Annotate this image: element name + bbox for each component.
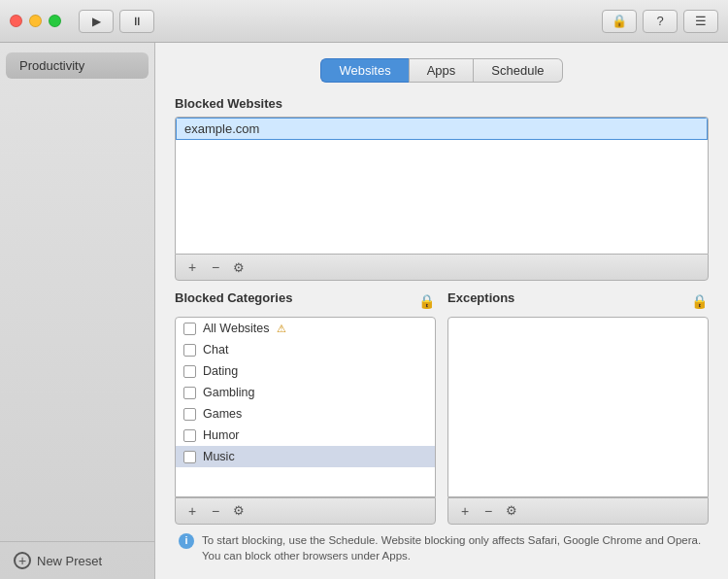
exceptions-lock-icon[interactable]: 🔒 [689,291,709,311]
tab-apps[interactable]: Apps [409,58,475,83]
website-list[interactable]: example.com [176,118,708,254]
tab-schedule[interactable]: Schedule [474,58,562,83]
blocked-categories-column: Blocked Categories 🔒 All Websites ⚠ Chat [175,290,436,525]
list-item[interactable]: Games [176,403,435,425]
add-category-button[interactable]: + [182,501,203,521]
maximize-button[interactable] [49,15,61,27]
add-exception-button[interactable]: + [454,501,476,521]
info-bar: i To start blocking, use the Schedule. W… [175,525,709,563]
lock-button[interactable]: 🔒 [602,10,637,33]
bottom-section: Blocked Categories 🔒 All Websites ⚠ Chat [175,290,709,525]
category-label-dating: Dating [203,364,238,378]
traffic-lights [10,15,61,27]
tab-bar: Websites Apps Schedule [175,58,709,83]
lock-icon: 🔒 [612,14,627,28]
content-area: Websites Apps Schedule Blocked Websites … [155,43,728,579]
main-layout: Productivity + New Preset Websites Apps … [0,43,728,579]
list-item[interactable]: Humor [176,425,435,446]
info-icon: i [179,533,194,549]
minimize-button[interactable] [29,15,42,27]
blocked-categories-header: Blocked Categories 🔒 [175,290,436,311]
category-checkbox-music[interactable] [183,451,196,463]
list-item[interactable]: Gambling [176,382,435,403]
category-checkbox-dating[interactable] [183,365,196,378]
list-item[interactable]: All Websites ⚠ [176,318,435,339]
website-list-container: example.com [175,117,709,254]
pause-icon: ⏸ [131,15,143,28]
menu-icon: ☰ [695,14,707,28]
category-checkbox-gambling[interactable] [183,387,196,399]
help-button[interactable]: ? [643,10,678,33]
info-text: To start blocking, use the Schedule. Web… [202,532,705,563]
category-checkbox-humor[interactable] [183,429,196,442]
titlebar: ▶ ⏸ 🔒 ? ☰ [0,0,728,43]
blocked-categories-label: Blocked Categories [175,290,292,305]
add-website-button[interactable]: + [182,257,203,277]
category-checkbox-chat[interactable] [183,344,196,357]
warning-icon: ⚠ [277,323,286,335]
exception-settings-button[interactable]: ⚙ [501,501,522,521]
new-preset-button[interactable]: + New Preset [0,541,154,579]
exceptions-list-toolbar: + − ⚙ [447,497,709,525]
help-icon: ? [656,14,663,28]
titlebar-controls: ▶ ⏸ [79,10,154,33]
categories-lock-icon[interactable]: 🔒 [416,291,436,311]
close-button[interactable] [10,15,22,27]
list-item[interactable]: Chat [176,339,435,360]
exceptions-list[interactable] [447,317,709,497]
category-label-games: Games [203,407,242,421]
titlebar-right: 🔒 ? ☰ [602,10,718,33]
play-button[interactable]: ▶ [79,10,114,33]
category-checkbox-games[interactable] [183,408,196,421]
blocked-websites-label: Blocked Websites [175,96,709,111]
categories-list[interactable]: All Websites ⚠ Chat Dating Gambling [175,317,436,497]
website-settings-button[interactable]: ⚙ [228,257,249,277]
category-label-music: Music [203,450,235,463]
category-label-humor: Humor [203,428,240,442]
category-settings-button[interactable]: ⚙ [228,501,249,521]
pause-button[interactable]: ⏸ [119,10,154,33]
category-label-gambling: Gambling [203,386,255,399]
plus-circle-icon: + [14,552,31,569]
blocked-websites-section: Blocked Websites example.com + − ⚙ [175,96,709,281]
exceptions-header: Exceptions 🔒 [447,290,709,311]
tab-websites[interactable]: Websites [320,58,408,83]
exceptions-label: Exceptions [447,290,514,305]
category-label-all-websites: All Websites [203,322,270,335]
website-list-toolbar: + − ⚙ [175,254,709,281]
remove-category-button[interactable]: − [205,501,226,521]
categories-list-toolbar: + − ⚙ [175,497,436,525]
list-item[interactable]: Music [176,446,435,467]
category-label-chat: Chat [203,343,228,357]
category-checkbox-all-websites[interactable] [183,323,196,335]
menu-button[interactable]: ☰ [683,10,718,33]
list-item[interactable]: Dating [176,360,435,382]
play-icon: ▶ [92,15,101,28]
remove-website-button[interactable]: − [205,257,226,277]
website-entry[interactable]: example.com [176,118,708,140]
remove-exception-button[interactable]: − [478,501,499,521]
website-list-empty-space [176,140,708,247]
exceptions-column: Exceptions 🔒 + − ⚙ [447,290,709,525]
sidebar-item-productivity[interactable]: Productivity [6,52,149,79]
sidebar: Productivity + New Preset [0,43,155,579]
